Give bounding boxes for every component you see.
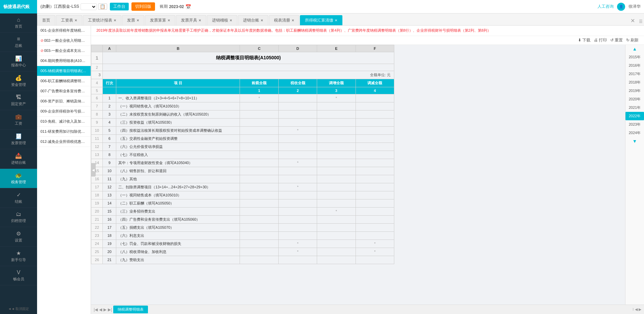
c3-12[interactable] [317, 183, 356, 191]
c2-12[interactable]: * [278, 183, 317, 191]
c3-21[interactable] [317, 256, 356, 264]
c3-16[interactable] [317, 215, 356, 223]
c3-17[interactable] [317, 223, 356, 231]
year-item-2015年[interactable]: 2015年 [625, 53, 644, 61]
c4-1[interactable] [356, 94, 394, 102]
download-button[interactable]: ⬇ 下载 [578, 37, 590, 43]
c4-13[interactable] [356, 191, 394, 199]
tab-close-invoice-calc[interactable]: ✕ [167, 19, 170, 22]
year-item-2016年[interactable]: 2016年 [625, 61, 644, 70]
c1-10[interactable] [240, 167, 278, 175]
tab-import-ledger[interactable]: 进销台账 ✕ [238, 15, 268, 25]
company-dropdown[interactable] [81, 3, 97, 10]
close-all-tabs[interactable]: ✕ [628, 16, 638, 25]
year-item-2022年[interactable]: 2022年 [625, 112, 644, 120]
c4-12[interactable] [356, 183, 394, 191]
c3-18[interactable] [317, 231, 356, 240]
c3-5[interactable] [317, 126, 356, 134]
c3-13[interactable] [317, 191, 356, 199]
left-panel-item-006[interactable]: 006-职工薪酬纳税调整明细... [37, 76, 91, 86]
c2-10[interactable] [278, 167, 317, 175]
c3-14[interactable] [317, 199, 356, 207]
c2-20[interactable]: * [278, 248, 317, 256]
c1-17[interactable] [240, 223, 278, 231]
year-item-2020年[interactable]: 2020年 [625, 95, 644, 103]
left-panel-item-003[interactable]: ⊘003-一般企业成本支出明细... [37, 46, 91, 56]
c2-3[interactable] [278, 110, 317, 118]
c1-21[interactable] [240, 256, 278, 264]
c1-12[interactable] [240, 183, 278, 191]
c1-9[interactable] [240, 159, 278, 167]
c3-4[interactable] [317, 118, 356, 126]
c3-1[interactable]: * [317, 94, 356, 102]
c3-7[interactable] [317, 143, 356, 151]
c4-6[interactable] [356, 134, 394, 143]
sidebar-footer[interactable]: ◄◄ 取消固定 [0, 304, 37, 314]
sidebar-item-assets[interactable]: 💰资金管理 [0, 71, 37, 91]
sidebar-item-guide[interactable]: ★新手引导 [0, 247, 37, 266]
c3-20[interactable] [317, 248, 356, 256]
c1-7[interactable] [240, 143, 278, 151]
tab-close-wages-stat[interactable]: ✕ [114, 19, 116, 22]
year-up-arrow[interactable]: ▲ [631, 45, 639, 53]
user-name[interactable]: 徐泽华 [628, 4, 641, 9]
c1-16[interactable] [240, 215, 278, 223]
c1-6[interactable] [240, 134, 278, 143]
c2-19[interactable]: * [278, 240, 317, 248]
year-item-2023年[interactable]: 2023年 [625, 120, 644, 129]
tab-close-tax-clear[interactable]: ✕ [292, 19, 294, 22]
copy-icon[interactable]: 📋 [98, 3, 107, 10]
sidebar-item-archive[interactable]: 🗂归档管理 [0, 208, 37, 227]
tab-tax-clear[interactable]: 税表清册 ✕ [269, 15, 299, 25]
c3-10[interactable] [317, 167, 356, 175]
spreadsheet-container[interactable]: A B C D E F 1 纳税调整项目明细表(A105000) [91, 45, 625, 305]
left-panel-item-008[interactable]: 008-资产折旧、摊销及纳税... [37, 96, 91, 106]
year-item-2021年[interactable]: 2021年 [625, 103, 644, 112]
print-button[interactable]: 🖨 打印 [594, 37, 607, 43]
c3-15[interactable]: * [317, 207, 356, 215]
year-item-2018年[interactable]: 2018年 [625, 78, 644, 87]
tab-invoice-calc[interactable]: 发票算算 ✕ [145, 15, 175, 25]
c2-14[interactable] [278, 199, 317, 207]
c1-13[interactable] [240, 191, 278, 199]
tab-close-invoice-open[interactable]: ✕ [198, 19, 201, 22]
c4-11[interactable] [356, 175, 394, 183]
switch-old-button[interactable]: 切到旧版 [131, 2, 155, 11]
sidebar-item-member[interactable]: V畅会员 [0, 266, 37, 285]
tab-close-invoice[interactable]: ✕ [136, 19, 139, 22]
left-panel-item-009[interactable]: 009-企业所得税弥补亏损明... [37, 106, 91, 117]
c2-5[interactable]: * [278, 126, 317, 134]
tab-close-tax-income[interactable]: ✕ [335, 19, 337, 22]
c2-1[interactable] [278, 94, 317, 102]
c4-19[interactable]: * [356, 240, 394, 248]
tab-home[interactable]: 首页 [37, 15, 55, 25]
c2-13[interactable] [278, 191, 317, 199]
c3-9[interactable] [317, 159, 356, 167]
c2-8[interactable] [278, 151, 317, 159]
c1-11[interactable] [240, 175, 278, 183]
c2-16[interactable] [278, 215, 317, 223]
sheet-nav-prev[interactable]: ◀ [99, 307, 102, 312]
c1-1[interactable]: * [240, 94, 278, 102]
c1-20[interactable] [240, 248, 278, 256]
sidebar-item-ledger[interactable]: ≡总账 [0, 33, 37, 52]
c2-6[interactable] [278, 134, 317, 143]
c1-4[interactable] [240, 118, 278, 126]
sheet-nav-right[interactable]: ▶| [108, 307, 112, 312]
c1-19[interactable] [240, 240, 278, 248]
c2-9[interactable]: * [278, 159, 317, 167]
sheet-tab-tax-adjust[interactable]: 纳税调整明细表 [113, 306, 148, 313]
tab-invoice[interactable]: 发票 ✕ [122, 15, 144, 25]
year-down-arrow[interactable]: ▼ [631, 137, 639, 145]
c3-3[interactable] [317, 110, 356, 118]
c3-6[interactable] [317, 134, 356, 143]
c4-8[interactable] [356, 151, 394, 159]
c1-5[interactable] [240, 126, 278, 134]
refresh-button[interactable]: ↻ 刷新 [626, 37, 639, 43]
sidebar-item-fixed[interactable]: 🏗固定资产 [0, 91, 37, 110]
year-item-2017年[interactable]: 2017年 [625, 70, 644, 78]
year-item-2019年[interactable]: 2019年 [625, 87, 644, 95]
c4-3[interactable] [356, 110, 394, 118]
c4-10[interactable] [356, 167, 394, 175]
support-link[interactable]: 人工咨询 [597, 4, 614, 9]
